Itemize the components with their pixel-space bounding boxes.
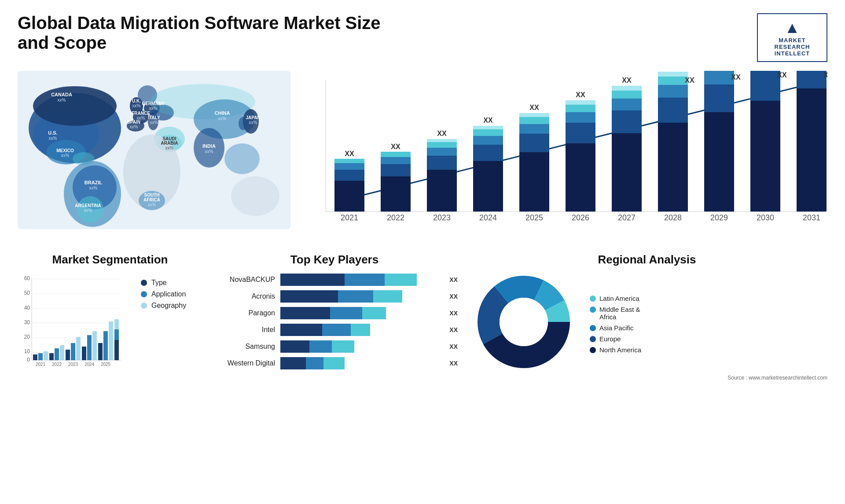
svg-text:60: 60 xyxy=(24,275,30,281)
svg-rect-165 xyxy=(114,340,119,360)
svg-rect-84 xyxy=(473,136,503,145)
svg-text:xx%: xx% xyxy=(89,186,98,190)
svg-text:2022: 2022 xyxy=(387,213,404,222)
bar-mid xyxy=(309,340,332,353)
svg-rect-79 xyxy=(427,139,457,142)
bar-light xyxy=(385,274,417,286)
player-row-samsung: Samsung XX xyxy=(211,340,458,353)
source-text: Source : www.marketresearchintellect.com xyxy=(467,375,827,381)
legend-label-asia-pacific: Asia Pacific xyxy=(599,324,634,332)
player-bar-paragon xyxy=(280,307,441,319)
world-map: CANADA xx% U.S. xx% MEXICO xx% BRAZIL xx… xyxy=(18,71,290,229)
player-bar-samsung xyxy=(280,340,441,353)
svg-text:XX: XX xyxy=(777,71,787,79)
svg-point-3 xyxy=(33,86,117,126)
bar-light xyxy=(373,290,402,303)
regional-title: Regional Analysis xyxy=(467,253,827,267)
svg-text:AFRICA: AFRICA xyxy=(143,197,160,202)
donut-chart xyxy=(467,274,581,370)
svg-rect-100 xyxy=(566,100,595,105)
legend-label-middle-east: Middle East &Africa xyxy=(599,306,640,321)
svg-rect-158 xyxy=(87,335,92,360)
bar-light xyxy=(351,324,370,336)
segmentation-title: Market Segmentation xyxy=(18,253,202,267)
svg-text:BRAZIL: BRAZIL xyxy=(84,180,103,185)
svg-text:0: 0 xyxy=(27,357,30,363)
player-name-paragon: Paragon xyxy=(211,309,275,317)
players-title: Top Key Players xyxy=(211,253,458,267)
svg-text:2023: 2023 xyxy=(433,213,451,222)
svg-rect-96 xyxy=(566,143,595,212)
svg-text:CANADA: CANADA xyxy=(51,92,72,97)
player-name-samsung: Samsung xyxy=(211,343,275,351)
bar-dark xyxy=(280,307,330,319)
svg-rect-82 xyxy=(473,161,503,212)
svg-rect-145 xyxy=(33,354,37,360)
svg-text:2031: 2031 xyxy=(803,213,820,222)
svg-text:xx%: xx% xyxy=(150,120,158,125)
svg-text:30: 30 xyxy=(24,319,30,325)
player-row-western: Western Digital XX xyxy=(211,357,458,369)
svg-text:2025: 2025 xyxy=(101,362,111,367)
player-name-acronis: Acronis xyxy=(211,292,275,300)
svg-text:xx%: xx% xyxy=(218,116,227,121)
svg-rect-78 xyxy=(427,142,457,148)
player-bar-acronis xyxy=(280,290,441,303)
middle-east-dot xyxy=(590,307,596,313)
bar-light xyxy=(362,307,386,319)
svg-text:JAPAN: JAPAN xyxy=(246,115,260,120)
svg-text:xx%: xx% xyxy=(130,124,138,129)
bottom-section: Market Segmentation 60 50 40 30 20 10 0 xyxy=(18,253,827,381)
svg-rect-89 xyxy=(519,152,549,212)
svg-rect-93 xyxy=(519,113,549,117)
svg-text:INDIA: INDIA xyxy=(202,143,216,149)
map-svg: CANADA xx% U.S. xx% MEXICO xx% BRAZIL xx… xyxy=(18,71,290,229)
legend-item-geography: Geography xyxy=(141,302,186,310)
svg-rect-99 xyxy=(566,105,595,112)
legend-item-type: Type xyxy=(141,279,186,287)
svg-rect-117 xyxy=(704,112,734,212)
page-title: Global Data Migration Software Market Si… xyxy=(18,13,414,53)
legend-latin-america: Latin America xyxy=(590,295,641,302)
svg-rect-71 xyxy=(381,157,411,164)
svg-rect-64 xyxy=(334,170,364,181)
player-row-acronis: Acronis XX xyxy=(211,290,458,303)
svg-text:SOUTH: SOUTH xyxy=(144,193,160,197)
svg-text:CHINA: CHINA xyxy=(215,110,230,116)
svg-rect-83 xyxy=(473,145,503,161)
svg-text:2021: 2021 xyxy=(36,362,46,367)
bar-mid xyxy=(330,307,362,319)
svg-rect-75 xyxy=(427,170,457,212)
player-xx-novabackup: XX xyxy=(449,276,458,283)
legend-middle-east: Middle East &Africa xyxy=(590,306,641,321)
geo-color-dot xyxy=(141,303,147,309)
player-row-intel: Intel XX xyxy=(211,324,458,336)
page-header: Global Data Migration Software Market Si… xyxy=(18,13,827,62)
legend-item-application: Application xyxy=(141,290,186,298)
players-section: Top Key Players NovaBACKUP XX Acronis XX… xyxy=(211,253,458,381)
bar-chart-svg: 2021 XX 2022 XX 2023 XX 2024 XX xyxy=(299,71,827,238)
svg-text:XX: XX xyxy=(483,117,493,124)
svg-rect-118 xyxy=(704,84,734,112)
svg-text:xx%: xx% xyxy=(61,153,70,158)
logo-line3: INTELLECT xyxy=(775,50,810,57)
segmentation-chart: 60 50 40 30 20 10 0 2021 xyxy=(18,274,123,370)
svg-text:ARABIA: ARABIA xyxy=(161,141,178,146)
svg-rect-113 xyxy=(658,77,688,85)
svg-rect-91 xyxy=(519,124,549,134)
svg-rect-105 xyxy=(612,99,642,110)
north-america-dot xyxy=(590,347,596,353)
map-section: CANADA xx% U.S. xx% MEXICO xx% BRAZIL xx… xyxy=(18,71,290,240)
logo: ▲ MARKET RESEARCH INTELLECT xyxy=(757,13,827,62)
svg-rect-146 xyxy=(38,353,43,360)
svg-text:2025: 2025 xyxy=(525,213,543,222)
svg-text:XX: XX xyxy=(529,104,539,111)
svg-text:xx%: xx% xyxy=(132,103,141,108)
svg-text:xx%: xx% xyxy=(84,208,92,213)
svg-text:ITALY: ITALY xyxy=(148,115,160,120)
svg-text:MEXICO: MEXICO xyxy=(56,148,74,153)
svg-rect-127 xyxy=(797,71,827,88)
svg-rect-147 xyxy=(44,351,48,360)
svg-point-23 xyxy=(224,143,260,174)
svg-rect-92 xyxy=(519,117,549,124)
